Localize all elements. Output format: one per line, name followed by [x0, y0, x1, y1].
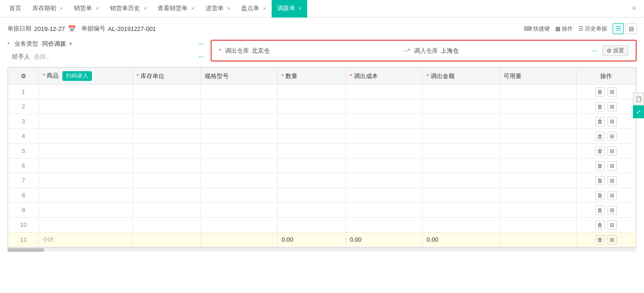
row-available-4[interactable]	[499, 129, 576, 144]
row-qty-3[interactable]	[278, 114, 346, 129]
row-product-9[interactable]	[39, 203, 133, 218]
delete-button-5[interactable]: 🗑	[595, 146, 605, 156]
row-unit-1[interactable]	[133, 85, 201, 99]
tab-transfer[interactable]: 调拨单 ×	[272, 0, 307, 18]
transfer-in-value[interactable]: 上海仓	[441, 47, 468, 55]
settings-button[interactable]: ⚙ 设置	[602, 45, 628, 56]
row-unit-7[interactable]	[133, 173, 201, 188]
row-qty-1[interactable]	[278, 85, 346, 99]
row-amount-10[interactable]	[423, 218, 499, 232]
window-close-button[interactable]: ×	[628, 4, 640, 13]
layout-grid-btn[interactable]: ▤	[626, 23, 637, 34]
row-amount-3[interactable]	[423, 114, 499, 129]
row-qty-8[interactable]	[278, 188, 346, 203]
tab-inventory-count-close[interactable]: ×	[263, 6, 266, 11]
row-product-7[interactable]	[39, 173, 133, 188]
tab-view-sales-close[interactable]: ×	[191, 6, 194, 11]
row-qty-10[interactable]	[278, 218, 346, 232]
tab-view-sales[interactable]: 查看销货单 ×	[152, 0, 200, 18]
horizontal-scrollbar[interactable]	[7, 248, 637, 251]
row-product-10[interactable]	[39, 218, 133, 232]
row-spec-3[interactable]	[201, 114, 278, 129]
row-cost-2[interactable]	[346, 99, 423, 114]
row-qty-7[interactable]	[278, 173, 346, 188]
shortcut-button[interactable]: ⌨ 快捷键	[524, 25, 550, 33]
tab-home[interactable]: 首页	[4, 0, 27, 18]
row-unit-10[interactable]	[133, 218, 201, 232]
tab-sales-history-close[interactable]: ×	[144, 6, 146, 11]
row-spec-5[interactable]	[201, 144, 278, 159]
row-cost-10[interactable]	[346, 218, 423, 232]
row-cost-3[interactable]	[346, 114, 423, 129]
row-available-1[interactable]	[499, 85, 576, 99]
row-amount-4[interactable]	[423, 129, 499, 144]
row-cost-5[interactable]	[346, 144, 423, 159]
row-unit-6[interactable]	[133, 159, 201, 173]
transfer-out-more[interactable]: ···	[403, 47, 408, 55]
row-available-9[interactable]	[499, 203, 576, 218]
row-spec-4[interactable]	[201, 129, 278, 144]
row-available-7[interactable]	[499, 173, 576, 188]
row-amount-6[interactable]	[423, 159, 499, 173]
delete-button-10[interactable]: 🗑	[595, 220, 605, 230]
row-product-1[interactable]	[39, 85, 133, 99]
row-product-6[interactable]	[39, 159, 133, 173]
handler-more[interactable]: ···	[199, 53, 203, 61]
scan-button[interactable]: 扫码录入	[62, 71, 92, 81]
row-spec-2[interactable]	[201, 99, 278, 114]
tab-transfer-close[interactable]: ×	[299, 6, 302, 11]
note-float-button[interactable]: 📋	[633, 92, 644, 105]
row-spec-6[interactable]	[201, 159, 278, 173]
copy-button-7[interactable]: ⊞	[608, 176, 617, 185]
row-spec-8[interactable]	[201, 188, 278, 203]
tab-inventory-init[interactable]: 库存期初 ×	[27, 0, 68, 18]
row-spec-7[interactable]	[201, 173, 278, 188]
copy-button-4[interactable]: ⊞	[608, 132, 617, 141]
row-product-3[interactable]	[39, 114, 133, 129]
copy-button-10[interactable]: ⊞	[608, 220, 617, 230]
row-qty-2[interactable]	[278, 99, 346, 114]
row-amount-7[interactable]	[423, 173, 499, 188]
row-unit-2[interactable]	[133, 99, 201, 114]
copy-button-5[interactable]: ⊞	[608, 146, 617, 156]
row-cost-6[interactable]	[346, 159, 423, 173]
row-amount-9[interactable]	[423, 203, 499, 218]
row-cost-1[interactable]	[346, 85, 423, 99]
tab-sales-order[interactable]: 销货单 ×	[68, 0, 104, 18]
row-product-5[interactable]	[39, 144, 133, 159]
row-unit-3[interactable]	[133, 114, 201, 129]
tab-sales-history[interactable]: 销货单历史 ×	[104, 0, 152, 18]
table-header-settings[interactable]: ⚙	[8, 68, 39, 85]
row-spec-10[interactable]	[201, 218, 278, 232]
transfer-out-value[interactable]: 北京仓	[252, 47, 279, 55]
delete-button-7[interactable]: 🗑	[595, 176, 605, 185]
delete-button-3[interactable]: 🗑	[595, 117, 605, 126]
row-product-2[interactable]	[39, 99, 133, 114]
row-available-3[interactable]	[499, 114, 576, 129]
row-amount-5[interactable]	[423, 144, 499, 159]
row-amount-8[interactable]	[423, 188, 499, 203]
row-cost-4[interactable]	[346, 129, 423, 144]
row-qty-6[interactable]	[278, 159, 346, 173]
row-available-2[interactable]	[499, 99, 576, 114]
delete-button-1[interactable]: 🗑	[595, 87, 605, 97]
operation-button[interactable]: ▦ 操作	[555, 25, 573, 33]
row-cost-7[interactable]	[346, 173, 423, 188]
business-type-select[interactable]: 同价调拨 ▼	[42, 40, 73, 48]
copy-button-6[interactable]: ⊞	[608, 161, 617, 171]
row-amount-2[interactable]	[423, 99, 499, 114]
business-type-more[interactable]: ···	[199, 40, 203, 48]
delete-button-8[interactable]: 🗑	[595, 191, 605, 200]
history-button[interactable]: ☰ 历史单据	[578, 25, 607, 33]
delete-button-9[interactable]: 🗑	[595, 206, 605, 215]
expand-float-button[interactable]: ⤢	[633, 105, 644, 118]
tab-inventory-init-close[interactable]: ×	[60, 6, 63, 11]
row-available-10[interactable]	[499, 218, 576, 232]
scroll-thumb[interactable]	[7, 248, 44, 252]
row-qty-4[interactable]	[278, 129, 346, 144]
row-qty-5[interactable]	[278, 144, 346, 159]
copy-button-11[interactable]: ⊞	[608, 235, 617, 244]
delete-button-11[interactable]: 🗑	[595, 235, 605, 244]
row-available-8[interactable]	[499, 188, 576, 203]
row-cost-8[interactable]	[346, 188, 423, 203]
